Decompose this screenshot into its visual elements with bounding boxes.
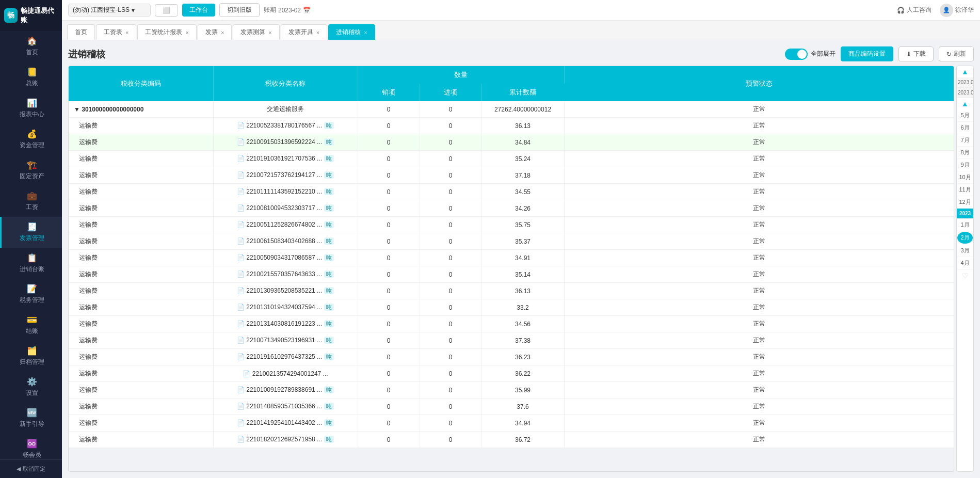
sale-cell: 0 [358,365,420,382]
invoice-cell: 📄 22101111143592152210 ...吨 [213,184,358,200]
cal-nav-up[interactable]: ▲ [957,66,973,77]
cal-month-9[interactable]: 9月 [957,159,973,171]
company-selector[interactable]: (勿动) 江西报宝-LSS ▾ [68,4,151,17]
cal-month-10[interactable]: 10月 [957,171,973,184]
topbar-right: 🎧 人工咨询 👤 徐泽华 [897,4,974,17]
file-icon: 📄 [237,254,245,261]
expand-toggle[interactable] [785,49,808,60]
tab-label-invoice-calc: 发票测算 [240,28,265,37]
tab-salary[interactable]: 工资表× [96,24,136,40]
tab-invoice-calc[interactable]: 发票测算× [233,24,279,40]
name-cell: 运输费 [69,382,213,399]
sidebar-item-archive[interactable]: 🗂️归档管理 [0,341,62,372]
cal-month-8[interactable]: 8月 [957,147,973,159]
file-icon: 📄 [237,188,245,195]
sale-cell: 0 [358,432,420,448]
sidebar-item-member[interactable]: ♾️畅会员 [0,434,62,459]
name-cell: 运输费 [69,332,213,349]
tab-close-invoice[interactable]: × [221,29,224,36]
sidebar-item-home[interactable]: 🏠首页 [0,31,62,62]
tab-close-inout-verify[interactable]: × [364,29,367,36]
cal-month-6[interactable]: 6月 [957,122,973,134]
cal-month-3[interactable]: 3月 [957,245,973,257]
purchase-cell: 0 [420,217,481,233]
sidebar-item-report[interactable]: 📊报表中心 [0,93,62,124]
footer-label: 取消固定 [23,465,45,473]
switch-btn[interactable]: 切到旧版 [219,3,260,17]
purchase-cell: 0 [420,167,481,184]
pin-icon: ◀ [17,466,21,472]
sale-cell: 0 [358,382,420,399]
sidebar-item-salary[interactable]: 💼工资 [0,186,62,217]
invoice-cell: 📄 22101820212692571958 ...吨 [213,432,358,448]
cal-nav-up2[interactable]: ▲ [957,98,973,109]
user-item[interactable]: 👤 徐泽华 [940,4,974,17]
invoice-cell: 📄 22100523381780176567 ...吨 [213,118,358,134]
cal-month-12[interactable]: 12月 [957,196,973,209]
sale-cell: 0 [358,233,420,250]
download-btn[interactable]: ⬇ 下载 [898,46,934,61]
support-item[interactable]: 🎧 人工咨询 [897,6,931,14]
sidebar-item-settle[interactable]: 💳结账 [0,310,62,341]
sidebar-label-salary: 工资 [26,203,38,212]
workspace-btn[interactable]: 工作台 [182,4,215,17]
copy-btn[interactable]: ⬜ [155,4,178,17]
tab-home[interactable]: 首页 [67,24,95,40]
table-row: 运输费 📄 22101009192789838691 ...吨 0 0 35.9… [69,382,954,399]
invoice-cell: 📄 22100509034317086587 ...吨 [213,250,358,266]
tab-close-salary[interactable]: × [125,29,128,36]
cal-month-5[interactable]: 5月 [957,109,973,122]
table-row: 运输费 📄 22100721573762194127 ...吨 0 0 37.1… [69,167,954,184]
settings-btn[interactable]: 商品编码设置 [841,46,893,61]
sidebar-item-assets[interactable]: 🏗️固定资产 [0,155,62,186]
sidebar-item-tax[interactable]: 📝税务管理 [0,279,62,310]
cal-month-11[interactable]: 11月 [957,184,973,196]
sidebar-item-invoice-mgmt[interactable]: 🧾发票管理 [0,217,62,248]
tab-close-salary-report[interactable]: × [185,29,188,36]
download-icon: ⬇ [906,51,911,58]
refresh-btn[interactable]: ↻ 刷新 [939,46,974,61]
total-cell: 37.38 [481,332,564,349]
sale-cell: 0 [358,415,420,432]
sidebar-item-guide[interactable]: 🆕新手引导 [0,403,62,434]
total-cell: 34.84 [481,134,564,151]
file-icon: 📄 [237,155,245,162]
col-status: 预警状态 [564,66,954,101]
table-row: 运输费 📄 22100523381780176567 ...吨 0 0 36.1… [69,118,954,134]
table-row: 运输费 📄 22100213574294001247 ... 0 0 36.22… [69,365,954,382]
status-cell: 正常 [564,332,954,349]
tab-salary-report[interactable]: 工资统计报表× [137,24,196,40]
table-row: 运输费 📄 22100810094532303717 ...吨 0 0 34.2… [69,200,954,217]
file-icon: 📄 [237,204,245,212]
sidebar-item-ledger[interactable]: 📒总账 [0,62,62,93]
sidebar-footer[interactable]: ◀ 取消固定 [0,459,62,478]
status-cell: 正常 [564,266,954,283]
cal-month-2-active[interactable]: 2月 [957,232,973,244]
tab-invoice-open[interactable]: 发票开具× [281,24,327,40]
sidebar-icon-home: 🏠 [27,36,37,46]
group-name-cell: 交通运输服务 [213,101,358,118]
toggle-label: 全部展开 [811,50,836,58]
tab-close-invoice-open[interactable]: × [316,29,319,36]
table-main[interactable]: 税收分类编码 税收分类名称 数量 预警状态 销项 进项 累计数额 ▼ 30100 [68,66,954,472]
tab-inout-verify[interactable]: 进销稽核× [328,24,375,40]
collapse-icon[interactable]: ▼ [74,106,82,113]
status-cell: 正常 [564,382,954,399]
table-row: 运输费 📄 22101111143592152210 ...吨 0 0 34.5… [69,184,954,200]
heart-icon: ♡ [962,272,969,280]
sidebar-item-capital[interactable]: 💰资金管理 [0,124,62,155]
sidebar-item-purchase-sales[interactable]: 📋进销台账 [0,248,62,279]
period-label: 账期 2023-02 📅 [264,6,311,14]
cal-month-1[interactable]: 1月 [957,219,973,231]
purchase-cell: 0 [420,432,481,448]
file-icon: 📄 [237,403,245,410]
col-sale: 销项 [358,84,420,101]
cal-month-4[interactable]: 4月 [957,257,973,269]
table-row: 运输费 📄 22101309365208535221 ...吨 0 0 36.1… [69,283,954,299]
tab-invoice[interactable]: 发票× [198,24,232,40]
file-icon: 📄 [237,270,245,278]
sale-cell: 0 [358,399,420,415]
sidebar-item-settings[interactable]: ⚙️设置 [0,372,62,403]
tab-close-invoice-calc[interactable]: × [268,29,271,36]
cal-month-7[interactable]: 7月 [957,134,973,147]
